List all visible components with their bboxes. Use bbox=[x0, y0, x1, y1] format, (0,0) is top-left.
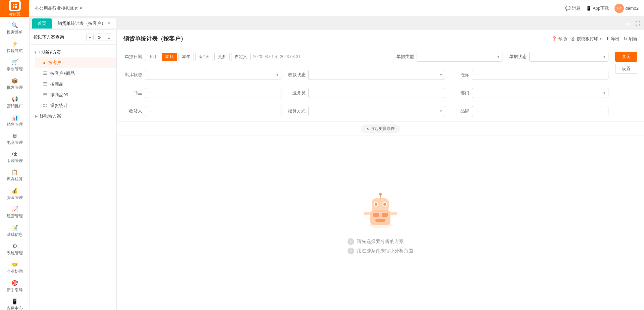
out-status-chevron-icon: ▾ bbox=[276, 73, 278, 77]
tab-close-icon[interactable]: ✕ bbox=[108, 21, 111, 25]
filter-warehouse: 仓库 ··· bbox=[450, 70, 608, 80]
date-btn-this-month[interactable]: 本月 bbox=[162, 53, 177, 61]
system-title-dropdown[interactable]: 办公用品行业模拟账套 ▾ bbox=[35, 5, 82, 11]
sidebar-item-label: 企业协同 bbox=[7, 269, 23, 274]
sidebar-item-basic[interactable]: 📝 基础信息 bbox=[0, 222, 29, 240]
by-customer-goods-icon bbox=[43, 71, 48, 76]
date-range: 2023-03-01 至 2023-03-31 bbox=[253, 54, 301, 60]
dept-select[interactable]: ▾ bbox=[472, 88, 608, 98]
tree-item-return-stats[interactable]: 退货统计 bbox=[35, 100, 116, 111]
recipient-input[interactable]: ··· bbox=[145, 106, 281, 116]
sidebar-item-enterprise[interactable]: 🤝 企业协同 bbox=[0, 259, 29, 277]
template-print-btn[interactable]: 🖨 按模板打印 ▾ bbox=[571, 36, 602, 42]
tree-item-by-customer-goods[interactable]: 按客户+商品 bbox=[35, 68, 116, 79]
filter-bill-status: 单据状态 ▾ bbox=[508, 52, 608, 62]
date-btn-last-month[interactable]: 上月 bbox=[145, 53, 160, 61]
desktop-scheme-group: ▼ 电脑端方案 ● 按客户 按客户+商品 bbox=[30, 47, 116, 111]
date-btn-custom[interactable]: 自定义 bbox=[231, 53, 251, 61]
bill-type-select[interactable]: ▾ bbox=[417, 52, 502, 62]
sidebar-item-sys[interactable]: ⚙ 系统管理 bbox=[0, 240, 29, 259]
user-menu[interactable]: Ea demo2 bbox=[614, 4, 639, 13]
sidebar-item-label: 营销推广 bbox=[7, 103, 23, 109]
svg-rect-16 bbox=[46, 106, 47, 107]
filter-row-3: 商品 ··· 业务员 ··· bbox=[123, 88, 608, 98]
sidebar-item-wholesale[interactable]: 📦 批发管理 bbox=[0, 75, 29, 93]
settings-icon: ⚙ bbox=[97, 35, 101, 40]
tab-home[interactable]: 首页 bbox=[32, 18, 52, 29]
collapse-conditions-btn[interactable]: ∧ 收起更多条件 bbox=[361, 124, 400, 133]
svg-rect-1 bbox=[15, 4, 17, 5]
right-panel: 销货单统计表（按客户） ❓ 帮助 🖨 按模板打印 ▾ ⬆ 导出 bbox=[117, 30, 644, 310]
user-name: demo2 bbox=[625, 6, 639, 11]
topbar-right: 💬 消息 📱 App下载 Ea demo2 bbox=[565, 4, 639, 13]
date-btn-7days[interactable]: 近7天 bbox=[195, 53, 213, 61]
receipt-status-select[interactable]: ▾ bbox=[308, 70, 445, 80]
empty-illustration bbox=[360, 192, 400, 233]
onboarding-icon: 🎯 bbox=[11, 280, 18, 286]
tree-item-by-goods-99-label: 按商品99 bbox=[50, 92, 68, 98]
brand-input[interactable]: ··· bbox=[472, 106, 608, 116]
add-scheme-btn[interactable]: + bbox=[86, 34, 94, 41]
sidebar-item-purchase[interactable]: 🛍 采购管理 bbox=[0, 148, 29, 166]
app-download-btn[interactable]: 📱 App下载 bbox=[586, 5, 609, 11]
settlement-chevron-icon: ▾ bbox=[440, 109, 442, 113]
tab-sales-stat[interactable]: 销货单统计表（按客户） ✕ bbox=[52, 18, 116, 29]
sidebar-item-onboarding[interactable]: 🎯 新手引导 bbox=[0, 277, 29, 296]
tree-item-by-goods-99[interactable]: 按商品99 bbox=[35, 90, 116, 100]
sidebar-item-app-center[interactable]: 📱 应用中心 bbox=[0, 296, 29, 310]
sidebar-item-quick-nav[interactable]: ⚡ 快捷导航 bbox=[0, 38, 29, 56]
enterprise-icon: 🤝 bbox=[11, 261, 18, 268]
tab-minimize-btn[interactable]: — bbox=[624, 19, 631, 28]
topbar-left: 办公用品行业模拟账套 ▾ bbox=[35, 5, 82, 11]
sidebar-item-ecommerce[interactable]: 🖥 电商管理 bbox=[0, 130, 29, 148]
sidebar-item-search-menu[interactable]: 🔍 搜索菜单 bbox=[0, 19, 29, 38]
dept-chevron-icon: ▾ bbox=[603, 91, 605, 95]
date-btn-more[interactable]: 更多 bbox=[214, 53, 230, 61]
sidebar-item-label: 系统管理 bbox=[7, 250, 23, 256]
export-icon: ⬆ bbox=[606, 36, 609, 41]
refresh-btn[interactable]: ↻ 刷新 bbox=[624, 36, 637, 42]
sidebar-item-label: 基础信息 bbox=[7, 232, 23, 238]
tabs-actions: — ⛶ bbox=[624, 19, 641, 28]
goods-input[interactable]: ··· bbox=[145, 88, 281, 98]
sidebar-item-inventory[interactable]: 📋 库存核算 bbox=[0, 166, 29, 185]
desktop-group-header[interactable]: ▼ 电脑端方案 bbox=[30, 47, 116, 57]
tree-item-by-customer[interactable]: ● 按客户 bbox=[35, 57, 116, 68]
out-status-select[interactable]: ▾ bbox=[145, 70, 281, 80]
tab-maximize-btn[interactable]: ⛶ bbox=[634, 19, 641, 28]
help-btn[interactable]: ❓ 帮助 bbox=[551, 36, 567, 42]
message-btn[interactable]: 💬 消息 bbox=[565, 5, 581, 11]
sidebar-item-retail[interactable]: 🛒 零售管理 bbox=[0, 56, 29, 75]
sidebar-item-ops[interactable]: 📈 经营管理 bbox=[0, 203, 29, 222]
collapse-panel-btn[interactable]: « bbox=[105, 34, 112, 41]
bill-status-select[interactable]: ▾ bbox=[529, 52, 608, 62]
salesman-dots: ··· bbox=[311, 90, 316, 96]
warehouse-input[interactable]: ··· bbox=[472, 70, 608, 80]
svg-rect-19 bbox=[373, 213, 379, 217]
brand-label: 品牌 bbox=[450, 108, 469, 114]
settings-btn[interactable]: 设置 bbox=[615, 64, 637, 74]
mobile-scheme-group: ▶ 移动端方案 bbox=[30, 111, 116, 121]
filter-salesman: 业务员 ··· bbox=[287, 88, 445, 98]
mobile-group-header[interactable]: ▶ 移动端方案 bbox=[30, 111, 116, 121]
tree-item-by-goods-label: 按商品 bbox=[50, 81, 63, 87]
goods-dots: ··· bbox=[148, 90, 152, 96]
sidebar-item-sales[interactable]: 📊 销售管理 bbox=[0, 112, 29, 130]
quick-nav-icon: ⚡ bbox=[11, 41, 18, 47]
message-icon: 💬 bbox=[565, 6, 571, 11]
query-btn[interactable]: 查询 bbox=[615, 52, 637, 62]
scheme-settings-btn[interactable]: ⚙ bbox=[96, 34, 103, 41]
svg-point-26 bbox=[383, 203, 386, 206]
system-title: 办公用品行业模拟账套 bbox=[35, 5, 78, 11]
salesman-input[interactable]: ··· bbox=[308, 88, 445, 98]
sidebar-item-marketing[interactable]: 📢 营销推广 bbox=[0, 93, 29, 112]
date-btn-this-year[interactable]: 本年 bbox=[178, 53, 194, 61]
logo-icon bbox=[9, 0, 21, 11]
export-btn[interactable]: ⬆ 导出 bbox=[606, 36, 620, 42]
sidebar-item-finance[interactable]: 💰 资金管理 bbox=[0, 185, 29, 203]
tree-item-by-goods[interactable]: 按商品 bbox=[35, 79, 116, 90]
page-actions: ❓ 帮助 🖨 按模板打印 ▾ ⬆ 导出 ↻ 刷新 bbox=[551, 36, 637, 42]
sidebar-item-label: 零售管理 bbox=[7, 66, 23, 72]
hint-num-2: 2 bbox=[347, 248, 354, 254]
settlement-select[interactable]: ▾ bbox=[308, 106, 445, 116]
